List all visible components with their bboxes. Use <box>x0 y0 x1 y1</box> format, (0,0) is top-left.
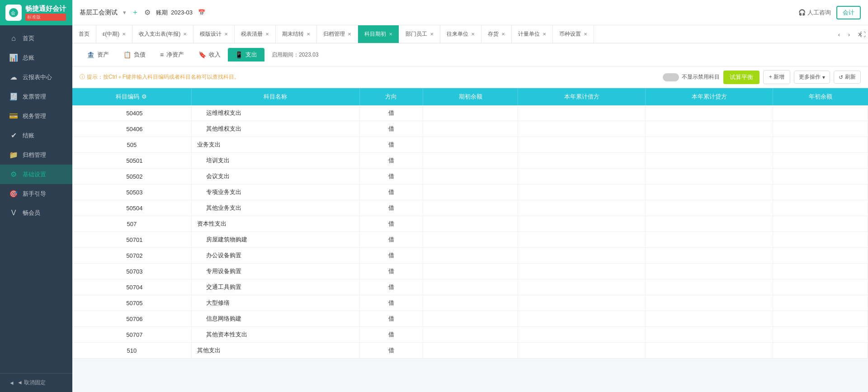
sidebar-collapse-btn[interactable]: ◄ ◄ 取消固定 <box>0 373 72 392</box>
tab-close-10[interactable]: ✕ <box>501 32 505 37</box>
sidebar-item-总账[interactable]: 📊总账 <box>0 48 72 67</box>
calendar-icon[interactable]: 📅 <box>198 9 205 16</box>
filter-tab-负债[interactable]: 📋负债 <box>116 48 153 61</box>
sidebar-item-新手引导[interactable]: 🎯新手引导 <box>0 184 72 203</box>
filter-icon-4: 📱 <box>235 51 243 58</box>
more-btn[interactable]: 更多操作 ▾ <box>794 71 830 84</box>
tabbar: 首页ε(中期)✕收入支出表(年报)✕模版设计✕税表清册✕期末结转✕归档管理✕科目… <box>72 25 868 43</box>
tab-科目期初[interactable]: 科目期初✕ <box>358 25 399 43</box>
tab-归档管理[interactable]: 归档管理✕ <box>317 25 358 43</box>
tab-期末结转[interactable]: 期末结转✕ <box>276 25 317 43</box>
sidebar-icon-0: ⌂ <box>9 34 18 43</box>
cell-year-balance-0 <box>773 105 868 121</box>
table-row[interactable]: 507 资本性支出 借 <box>72 216 868 232</box>
filter-tab-支出[interactable]: 📱支出 <box>228 48 264 61</box>
tab-close-11[interactable]: ✕ <box>542 32 546 37</box>
filter-tab-净资产[interactable]: ≡净资产 <box>153 48 191 61</box>
tab-close-7[interactable]: ✕ <box>389 32 392 37</box>
main-area: 基层工会测试 ▾ ＋ ⚙ 账期 2023-03 📅 🎧 人工咨询 会计 首页ε(… <box>72 0 868 392</box>
sidebar-icon-7: ⚙ <box>9 170 18 179</box>
tab-prev-btn[interactable]: ‹ <box>835 25 844 43</box>
table-row[interactable]: 50502 会议支出 借 <box>72 169 868 184</box>
tab-计量单位[interactable]: 计量单位✕ <box>512 25 553 43</box>
table-row[interactable]: 505 业务支出 借 <box>72 137 868 153</box>
sidebar-icon-3: 🧾 <box>9 92 18 101</box>
table-row[interactable]: 50504 其他业务支出 借 <box>72 200 868 216</box>
tab-存货[interactable]: 存货✕ <box>481 25 512 43</box>
accounts-table: 科目编码 ⚙ 科目名称 方向 期初余额 本年累计借方 本年累计贷方 年初余额 5… <box>72 88 868 359</box>
table-row[interactable]: 50405 运维维权支出 借 <box>72 105 868 121</box>
table-row[interactable]: 50503 专项业务支出 借 <box>72 184 868 200</box>
sidebar-item-云报表中心[interactable]: ☁云报表中心 <box>0 67 72 87</box>
cell-balance-0 <box>423 105 518 121</box>
cell-year-balance-5 <box>773 184 868 200</box>
disabled-toggle[interactable] <box>663 73 679 81</box>
cell-direction-5: 借 <box>360 184 423 200</box>
sidebar-nav: ⌂首页📊总账☁云报表中心🧾发票管理💳税务管理✔结账📁归档管理⚙基础设置🎯新手引导… <box>0 25 72 373</box>
tab-close-9[interactable]: ✕ <box>471 32 475 37</box>
cell-credit-9 <box>646 248 773 264</box>
cell-name-7: 资本性支出 <box>191 216 359 232</box>
add-btn[interactable]: + 新增 <box>763 70 790 84</box>
table-row[interactable]: 50705 大型修缮 借 <box>72 295 868 311</box>
settings-icon[interactable]: ⚙ <box>144 8 151 17</box>
table-row[interactable]: 50501 培训支出 借 <box>72 153 868 169</box>
tab-close-3[interactable]: ✕ <box>224 32 228 37</box>
tab-close-5[interactable]: ✕ <box>307 32 310 37</box>
cell-name-6: 其他业务支出 <box>191 200 359 216</box>
cell-code-7: 507 <box>72 216 191 232</box>
tab-close-12[interactable]: ✕ <box>584 32 587 37</box>
cell-credit-10 <box>646 264 773 279</box>
tab-close-8[interactable]: ✕ <box>430 32 434 37</box>
table-row[interactable]: 50701 房屋建筑物购建 借 <box>72 232 868 248</box>
sidebar-item-税务管理[interactable]: 💳税务管理 <box>0 106 72 126</box>
table-row[interactable]: 510 其他支出 借 <box>72 343 868 359</box>
cell-code-13: 50706 <box>72 311 191 327</box>
balance-btn[interactable]: 试算平衡 <box>723 71 760 84</box>
filter-tab-收入[interactable]: 🔖收入 <box>191 48 228 61</box>
tab-往来单位[interactable]: 往来单位✕ <box>440 25 481 43</box>
sidebar-label-6: 归档管理 <box>23 151 46 159</box>
table-row[interactable]: 50707 其他资本性支出 借 <box>72 327 868 343</box>
customer-service-btn[interactable]: 🎧 人工咨询 <box>798 9 831 17</box>
tab-ε(中期)[interactable]: ε(中期)✕ <box>96 25 132 43</box>
tab-税表清册[interactable]: 税表清册✕ <box>235 25 276 43</box>
sidebar-item-归档管理[interactable]: 📁归档管理 <box>0 145 72 165</box>
company-dropdown-icon[interactable]: ▾ <box>123 9 126 16</box>
tab-close-6[interactable]: ✕ <box>348 32 351 37</box>
table-row[interactable]: 50406 其他维权支出 借 <box>72 121 868 137</box>
cell-code-14: 50707 <box>72 327 191 343</box>
col-settings-icon[interactable]: ⚙ <box>141 93 148 100</box>
refresh-btn[interactable]: ↺ 刷新 <box>834 71 861 84</box>
table-row[interactable]: 50704 交通工具购置 借 <box>72 279 868 295</box>
filter-tab-资产[interactable]: 🏦资产 <box>80 48 116 61</box>
user-role-btn[interactable]: 会计 <box>836 6 861 19</box>
tab-模版设计[interactable]: 模版设计✕ <box>193 25 235 43</box>
sidebar-item-首页[interactable]: ⌂首页 <box>0 29 72 48</box>
table-row[interactable]: 50706 信息网络购建 借 <box>72 311 868 327</box>
add-company-icon[interactable]: ＋ <box>132 8 139 17</box>
cell-balance-7 <box>423 216 518 232</box>
sidebar-item-畅会员[interactable]: V畅会员 <box>0 203 72 222</box>
tab-label-7: 科目期初 <box>364 30 386 38</box>
table-row[interactable]: 50703 专用设备购置 借 <box>72 264 868 279</box>
sidebar-label-0: 首页 <box>23 34 34 43</box>
sidebar-item-发票管理[interactable]: 🧾发票管理 <box>0 87 72 106</box>
cell-debit-8 <box>518 232 646 248</box>
cell-balance-2 <box>423 137 518 153</box>
cell-name-4: 会议支出 <box>191 169 359 184</box>
table-row[interactable]: 50702 办公设备购置 借 <box>72 248 868 264</box>
tab-收入支出表(年报)[interactable]: 收入支出表(年报)✕ <box>132 25 193 43</box>
tab-close-1[interactable]: ✕ <box>122 32 126 37</box>
tab-close-4[interactable]: ✕ <box>265 32 269 37</box>
cell-credit-13 <box>646 311 773 327</box>
tab-部门员工[interactable]: 部门员工✕ <box>399 25 440 43</box>
period-label: 账期 2023-03 <box>156 9 193 17</box>
tab-币种设置[interactable]: 币种设置✕ <box>553 25 594 43</box>
tab-next-btn[interactable]: › <box>844 25 854 43</box>
tab-expand-btn[interactable]: ⛶ <box>857 25 868 43</box>
sidebar-item-结账[interactable]: ✔结账 <box>0 126 72 145</box>
tab-close-2[interactable]: ✕ <box>183 32 187 37</box>
tab-首页[interactable]: 首页 <box>72 25 96 43</box>
sidebar-item-基础设置[interactable]: ⚙基础设置 <box>0 165 72 184</box>
